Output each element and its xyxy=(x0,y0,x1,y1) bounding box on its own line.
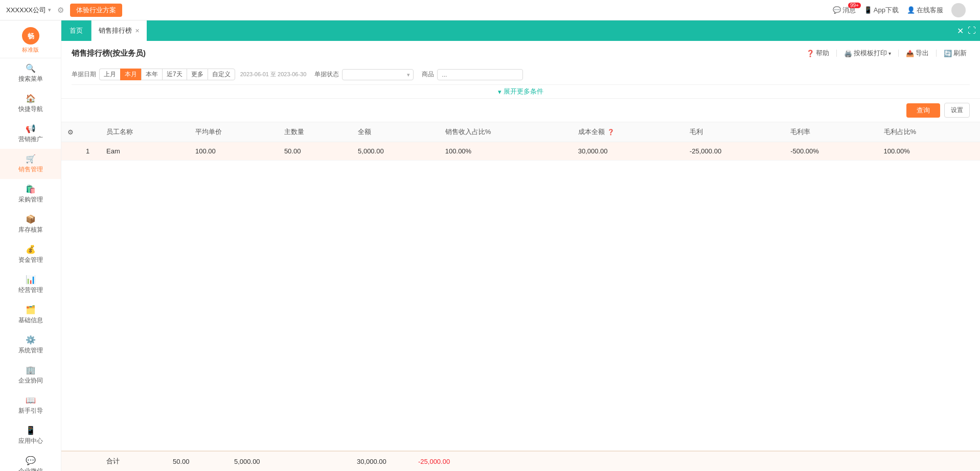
data-table: ⚙ 员工名称 平均单价 主数量 xyxy=(61,122,980,161)
footer-gross-profit: -25,000.00 xyxy=(418,458,480,465)
date-btn-custom[interactable]: 自定义 xyxy=(208,69,235,80)
date-btn-this-year[interactable]: 本年 xyxy=(141,69,162,80)
cell-avg-price: 100.00 xyxy=(189,142,278,161)
expand-label: 展开更多条件 xyxy=(504,87,543,96)
sidebar-item-inventory[interactable]: 📦 库存核算 xyxy=(0,209,61,239)
sidebar-item-quick-nav[interactable]: 🏠 快捷导航 xyxy=(0,88,61,119)
filter-row: 单据日期 上月 本月 本年 近7天 更多 自定义 2023-06-01 至 20… xyxy=(72,64,970,84)
column-gear-icon: ⚙ xyxy=(67,128,74,136)
sidebar-item-label-app-center: 应用中心 xyxy=(18,437,43,445)
sidebar-item-enterprise[interactable]: 🏢 企业协同 xyxy=(0,360,61,390)
search-icon: 🔍 xyxy=(26,63,36,73)
col-header-gross-profit: 毛利 xyxy=(683,122,784,142)
sidebar-item-label-inventory: 库存核算 xyxy=(18,226,43,234)
status-select[interactable] xyxy=(342,69,414,80)
sidebar-item-label-marketing: 营销推广 xyxy=(18,135,43,144)
footer-amount: 5,000.00 xyxy=(234,458,295,465)
sidebar-item-marketing[interactable]: 📢 营销推广 xyxy=(0,119,61,149)
table-row: 1 Eam 100.00 50.00 5,000.00 100.00% 30,0… xyxy=(61,142,980,161)
page-header: 销售排行榜(按业务员) ❓ 帮助 🖨️ 按模板打印 ▾ xyxy=(61,41,980,99)
date-btn-more[interactable]: 更多 xyxy=(187,69,208,80)
tab-bar-right: ✕ ⛶ xyxy=(957,26,980,36)
refresh-label: 刷新 xyxy=(953,49,967,58)
footer-label-heji: 合计 xyxy=(106,457,173,466)
refresh-icon: 🔄 xyxy=(944,50,952,57)
expand-bar[interactable]: ▾ 展开更多条件 xyxy=(72,84,970,98)
cell-gross-pct: 100.00% xyxy=(878,142,980,161)
home-icon: 🏠 xyxy=(26,94,36,103)
sidebar-item-search[interactable]: 🔍 搜索菜单 xyxy=(0,58,61,88)
date-btn-this-month[interactable]: 本月 xyxy=(120,69,141,80)
tab-close-icon[interactable]: ✕ xyxy=(135,28,140,34)
col-header-cost: 成本全额 ❓ xyxy=(572,122,683,142)
tab-home[interactable]: 首页 xyxy=(61,20,92,41)
goods-filter-label: 商品 xyxy=(422,70,434,79)
print-btn[interactable]: 🖨️ 按模板打印 ▾ xyxy=(841,47,894,59)
message-icon: 💬 xyxy=(833,6,841,14)
help-btn[interactable]: ❓ 帮助 xyxy=(803,47,832,59)
tab-label: 销售排行榜 xyxy=(99,26,132,35)
goods-filter-input[interactable] xyxy=(437,69,523,80)
system-icon: ⚙️ xyxy=(26,335,36,345)
cell-gross-margin: -500.00% xyxy=(784,142,877,161)
col-header-gear[interactable]: ⚙ xyxy=(61,122,80,142)
sidebar-item-guide[interactable]: 📖 新手引导 xyxy=(0,390,61,420)
tab-sales-ranking[interactable]: 销售排行榜 ✕ xyxy=(92,20,147,41)
refresh-btn[interactable]: 🔄 刷新 xyxy=(941,47,970,59)
sidebar-item-sales[interactable]: 🛒 销售管理 xyxy=(0,149,61,179)
cell-amount: 5,000.00 xyxy=(352,142,439,161)
service-icon: 👤 xyxy=(907,6,915,14)
sidebar: 畅 标准版 🔍 搜索菜单 🏠 快捷导航 📢 营销推广 🛒 销售管理 🛍️ 采购管… xyxy=(0,20,61,471)
export-icon: 📤 xyxy=(906,50,914,57)
online-service-btn[interactable]: 👤 在线客服 xyxy=(907,6,943,15)
help-label: 帮助 xyxy=(816,49,829,58)
print-label: 按模板打印 xyxy=(854,49,887,58)
finance-icon: 💰 xyxy=(26,244,36,254)
sidebar-item-system[interactable]: ⚙️ 系统管理 xyxy=(0,330,61,360)
settings-icon[interactable]: ⚙ xyxy=(57,6,64,15)
sidebar-item-label-enterprise: 企业协同 xyxy=(18,376,43,385)
print-chevron-icon: ▾ xyxy=(888,51,891,56)
company-selector[interactable]: XXXXXX公司 ▾ xyxy=(6,6,51,15)
divider-2 xyxy=(898,50,899,57)
date-btn-last-7-days[interactable]: 近7天 xyxy=(162,69,187,80)
trial-btn[interactable]: 体验行业方案 xyxy=(70,4,122,17)
avatar[interactable] xyxy=(951,3,966,17)
goods-filter-item: 商品 xyxy=(422,69,523,80)
content-area: 首页 销售排行榜 ✕ ✕ ⛶ 销售排行榜(按业务员) ❓ 帮助 xyxy=(61,20,980,471)
top-bar: XXXXXX公司 ▾ ⚙ 体验行业方案 💬 消息 99+ 📱 App下载 👤 在… xyxy=(0,0,980,20)
export-btn[interactable]: 📤 导出 xyxy=(903,47,932,59)
settings-button[interactable]: 设置 xyxy=(944,103,970,118)
logo-text: 标准版 xyxy=(22,46,39,54)
app-download-btn[interactable]: 📱 App下载 xyxy=(864,6,899,15)
sidebar-item-operations[interactable]: 📊 经营管理 xyxy=(0,270,61,300)
col-header-quantity: 主数量 xyxy=(278,122,352,142)
export-label: 导出 xyxy=(916,49,929,58)
col-header-rank xyxy=(80,122,100,142)
sidebar-item-wechat[interactable]: 💬 企业微信 xyxy=(0,451,61,471)
purchase-icon: 🛍️ xyxy=(26,184,36,194)
divider-3 xyxy=(936,50,937,57)
query-button[interactable]: 查询 xyxy=(906,103,940,118)
tab-expand-icon[interactable]: ⛶ xyxy=(968,26,976,35)
status-filter-item: 单据状态 xyxy=(314,69,414,80)
inventory-icon: 📦 xyxy=(26,214,36,224)
message-btn[interactable]: 💬 消息 99+ xyxy=(833,6,856,15)
sidebar-item-basic-info[interactable]: 🗂️ 基础信息 xyxy=(0,300,61,330)
table-footer: 合计 50.00 5,000.00 30,000.00 -25,000.00 xyxy=(61,451,980,471)
svg-text:畅: 畅 xyxy=(27,32,34,40)
cost-help-icon[interactable]: ❓ xyxy=(607,129,614,135)
cell-index xyxy=(61,142,80,161)
footer-cost: 30,000.00 xyxy=(357,458,418,465)
page-header-actions: ❓ 帮助 🖨️ 按模板打印 ▾ 📤 导出 xyxy=(803,47,970,59)
sidebar-item-app-center[interactable]: 📱 应用中心 xyxy=(0,420,61,451)
sidebar-item-finance[interactable]: 💰 资金管理 xyxy=(0,239,61,270)
page-content: 销售排行榜(按业务员) ❓ 帮助 🖨️ 按模板打印 ▾ xyxy=(61,41,980,471)
tab-close-all-icon[interactable]: ✕ xyxy=(957,26,964,36)
basic-info-icon: 🗂️ xyxy=(26,305,36,315)
date-btn-last-month[interactable]: 上月 xyxy=(99,69,120,80)
sidebar-item-purchase[interactable]: 🛍️ 采购管理 xyxy=(0,179,61,209)
service-label: 在线客服 xyxy=(917,6,943,15)
date-range-buttons: 上月 本月 本年 近7天 更多 自定义 xyxy=(99,69,235,80)
sidebar-item-label-operations: 经营管理 xyxy=(18,286,43,295)
